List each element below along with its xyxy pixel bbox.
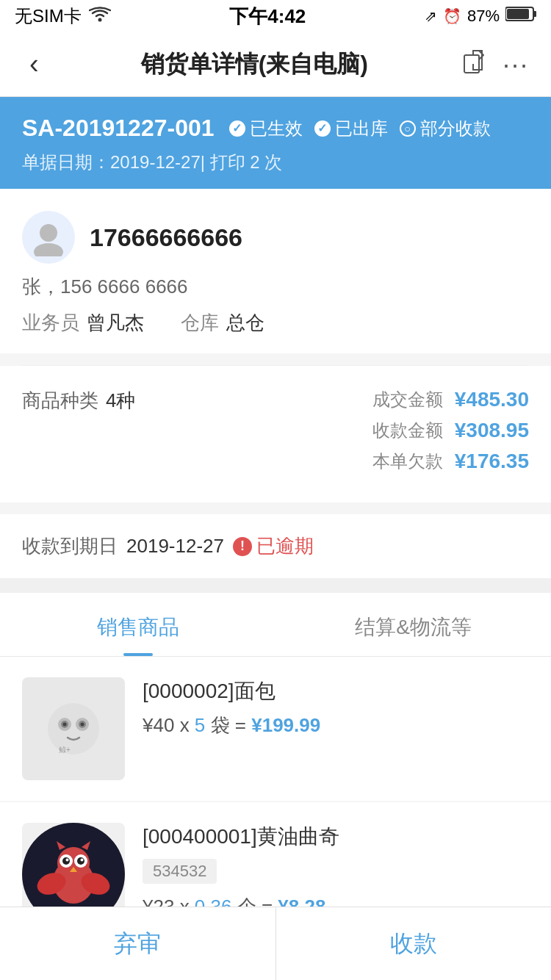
svg-point-23 — [77, 857, 84, 865]
customer-row: 17666666666 — [22, 211, 529, 264]
total-1: ¥199.99 — [251, 714, 320, 736]
qty-unit-1: 袋 — [211, 714, 230, 736]
product-tag-2: 534532 — [143, 859, 217, 884]
wifi-icon — [89, 6, 111, 26]
category-label: 商品种类 — [22, 388, 98, 414]
product-info-1: [0000002]面包 ¥40 x 5 袋 = ¥199.99 — [143, 677, 529, 738]
received-row: 收款金额 ¥308.95 — [372, 419, 529, 442]
product-card-1: 鲸+ [0000002]面包 ¥40 x 5 袋 = ¥199.99 — [0, 657, 551, 801]
received-label: 收款金额 — [372, 419, 443, 442]
products-section: 鲸+ [0000002]面包 ¥40 x 5 袋 = ¥199.99 — [0, 657, 551, 946]
svg-point-7 — [48, 703, 99, 754]
svg-rect-3 — [507, 9, 529, 19]
clock-icon: ○ — [400, 120, 416, 137]
due-label: 收款到期日 — [22, 533, 118, 559]
status-bar-right: ⇗ ⏰ 87% — [425, 6, 536, 26]
due-date-value: 2019-12-27 — [126, 535, 224, 558]
svg-rect-2 — [533, 11, 536, 17]
abandon-review-button[interactable]: 弃审 — [0, 907, 276, 980]
sales-meta: 业务员 曾凡杰 — [22, 310, 144, 336]
carrier-text: 无SIM卡 — [15, 4, 82, 28]
check-icon-2: ✓ — [314, 120, 331, 137]
svg-point-12 — [63, 723, 67, 727]
summary-row: 商品种类 4种 成交金额 ¥485.30 收款金额 ¥308.95 本单欠款 ¥… — [22, 388, 529, 480]
alarm-icon: ⏰ — [443, 7, 461, 25]
category-value: 4种 — [106, 388, 135, 414]
qty-1: 5 — [195, 714, 205, 736]
svg-point-22 — [62, 857, 70, 865]
product-image-1: 鲸+ — [22, 677, 125, 780]
order-header: SA-20191227-001 ✓ 已生效 ✓ 已出库 ○ 部分收款 单据日期：… — [0, 97, 551, 189]
status-badge-partial: ○ 部分收款 — [400, 117, 491, 140]
collect-payment-label: 收款 — [390, 928, 437, 960]
received-value: ¥308.95 — [455, 419, 529, 442]
debt-row: 本单欠款 ¥176.35 — [372, 450, 529, 473]
summary-section: 商品种类 4种 成交金额 ¥485.30 收款金额 ¥308.95 本单欠款 ¥… — [0, 366, 551, 502]
overdue-icon: ! — [233, 537, 252, 556]
status-bar-time: 下午4:42 — [229, 4, 306, 29]
customer-meta: 业务员 曾凡杰 仓库 总仓 — [22, 310, 529, 336]
product-name-1: [0000002]面包 — [143, 677, 529, 705]
svg-point-24 — [66, 859, 69, 862]
svg-point-13 — [81, 723, 84, 727]
nav-bar: ‹ 销货单详情(来自电脑) ··· — [0, 32, 551, 97]
debt-value: ¥176.35 — [455, 450, 529, 473]
product-price-1: ¥40 x 5 袋 = ¥199.99 — [143, 713, 529, 738]
location-icon: ⇗ — [425, 7, 437, 25]
product-info-2: [000400001]黄油曲奇 534532 ¥23 x 0.36 个 = ¥8… — [143, 823, 529, 920]
more-button[interactable]: ··· — [503, 49, 529, 80]
summary-left: 商品种类 4种 — [22, 388, 135, 417]
warehouse-value: 总仓 — [226, 310, 264, 336]
status-bar: 无SIM卡 下午4:42 ⇗ ⏰ 87% — [0, 0, 551, 32]
svg-point-5 — [40, 224, 57, 242]
date-label: 单据日期： — [22, 152, 110, 172]
share-button[interactable] — [463, 49, 488, 79]
category-item: 商品种类 4种 — [22, 388, 135, 414]
order-id: SA-20191227-001 — [22, 115, 215, 142]
overdue-badge: ! 已逾期 — [233, 533, 314, 559]
avatar — [22, 211, 75, 264]
tab-settlement[interactable]: 结算&物流等 — [276, 593, 551, 656]
status-badge-shipped: ✓ 已出库 — [314, 117, 388, 140]
print-info: | 打印 2 次 — [201, 152, 283, 172]
warehouse-label: 仓库 — [181, 310, 219, 336]
tabs-row: 销售商品 结算&物流等 — [0, 593, 551, 656]
summary-right: 成交金额 ¥485.30 收款金额 ¥308.95 本单欠款 ¥176.35 — [372, 388, 529, 480]
product-name-2: [000400001]黄油曲奇 — [143, 823, 529, 851]
battery-icon — [505, 6, 536, 26]
status-badge-effective: ✓ 已生效 — [229, 117, 303, 140]
tabs-section: 销售商品 结算&物流等 — [0, 593, 551, 657]
customer-name-phone: 张，156 6666 6666 — [22, 274, 529, 300]
svg-point-0 — [98, 18, 101, 22]
order-status-badges: ✓ 已生效 ✓ 已出库 ○ 部分收款 — [229, 117, 491, 140]
check-icon-1: ✓ — [229, 120, 245, 137]
nav-title: 销货单详情(来自电脑) — [141, 48, 368, 81]
battery-text: 87% — [467, 7, 500, 26]
customer-section: 17666666666 张，156 6666 6666 业务员 曾凡杰 仓库 总… — [0, 189, 551, 353]
amount-label: 成交金额 — [372, 388, 443, 411]
customer-phone: 17666666666 — [90, 223, 242, 252]
price-unit-1: ¥40 — [143, 714, 174, 736]
collect-payment-button[interactable]: 收款 — [276, 907, 552, 980]
tab-sales-products[interactable]: 销售商品 — [0, 593, 276, 656]
date-value: 2019-12-27 — [110, 152, 201, 172]
svg-text:鲸+: 鲸+ — [59, 746, 71, 754]
debt-label: 本单欠款 — [372, 450, 443, 473]
nav-actions: ··· — [463, 49, 529, 80]
status-bar-left: 无SIM卡 — [15, 4, 111, 28]
svg-point-6 — [34, 243, 63, 256]
svg-point-25 — [81, 859, 84, 862]
due-section: 收款到期日 2019-12-27 ! 已逾期 — [0, 514, 551, 578]
overdue-text: 已逾期 — [256, 533, 314, 559]
product-placeholder-1: 鲸+ — [22, 677, 125, 780]
sales-value: 曾凡杰 — [87, 310, 144, 336]
gray-separator — [0, 578, 551, 593]
warehouse-meta: 仓库 总仓 — [181, 310, 264, 336]
order-date-row: 单据日期：2019-12-27| 打印 2 次 — [22, 151, 529, 174]
abandon-review-label: 弃审 — [114, 928, 161, 960]
amount-value: ¥485.30 — [455, 388, 529, 411]
amount-row: 成交金额 ¥485.30 — [372, 388, 529, 411]
sales-label: 业务员 — [22, 310, 79, 336]
bottom-bar: 弃审 收款 — [0, 907, 551, 980]
back-button[interactable]: ‹ — [22, 41, 46, 87]
